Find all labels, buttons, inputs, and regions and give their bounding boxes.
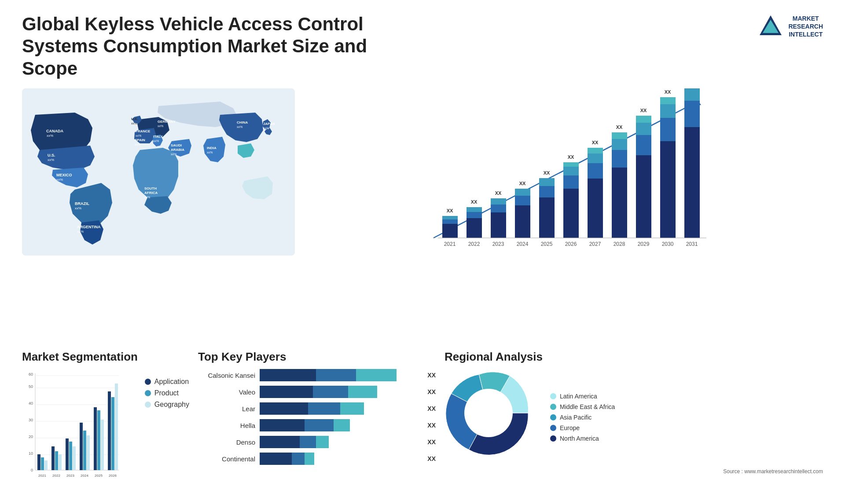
svg-rect-133 xyxy=(111,397,114,470)
svg-rect-126 xyxy=(87,435,90,470)
legend-dot-mea xyxy=(550,404,556,410)
player-xx: XX xyxy=(427,372,436,379)
svg-rect-116 xyxy=(51,446,55,470)
svg-text:SOUTH: SOUTH xyxy=(144,186,157,190)
svg-rect-114 xyxy=(44,460,48,470)
svg-text:xx%: xx% xyxy=(237,125,242,128)
svg-text:2028: 2028 xyxy=(614,241,625,247)
key-players-section: Top Key Players Calsonic Kansei XX Valeo xyxy=(198,350,436,491)
svg-text:2021: 2021 xyxy=(38,474,46,478)
segmentation-section: Market Segmentation 0 10 20 30 40 50 xyxy=(22,350,189,491)
svg-rect-132 xyxy=(108,391,111,470)
page-title: Global Keyless Vehicle Access Control Sy… xyxy=(22,13,418,80)
svg-rect-54 xyxy=(539,186,555,197)
svg-rect-82 xyxy=(684,127,700,238)
svg-rect-60 xyxy=(563,162,579,167)
player-row-hella: Hella XX xyxy=(198,419,436,431)
legend-item-asia-pacific: Asia Pacific xyxy=(550,414,615,421)
svg-text:XX: XX xyxy=(471,199,478,205)
svg-text:2026: 2026 xyxy=(565,241,577,247)
svg-text:XX: XX xyxy=(616,124,623,130)
player-bar-light xyxy=(305,453,314,465)
svg-text:xx%: xx% xyxy=(136,134,141,137)
legend-item-north-america: North America xyxy=(550,435,615,442)
logo-area: MARKET RESEARCH INTELLECT xyxy=(757,13,823,40)
player-name-calsonic: Calsonic Kansei xyxy=(198,372,255,379)
svg-rect-78 xyxy=(660,118,676,141)
legend-label-application: Application xyxy=(154,378,189,386)
player-bar-mid xyxy=(313,386,348,398)
svg-rect-69 xyxy=(612,139,627,150)
svg-rect-39 xyxy=(442,216,458,219)
legend-item-product: Product xyxy=(145,389,189,397)
bottom-row: Market Segmentation 0 10 20 30 40 50 xyxy=(22,350,823,491)
player-xx: XX xyxy=(427,455,436,462)
regional-container: Latin America Middle East & Africa Asia … xyxy=(445,369,823,466)
svg-rect-121 xyxy=(69,442,72,470)
logo-text: MARKET RESEARCH INTELLECT xyxy=(788,15,823,39)
svg-text:2029: 2029 xyxy=(638,241,650,247)
player-bar-mid xyxy=(308,402,340,415)
svg-rect-46 xyxy=(491,205,506,212)
svg-text:60: 60 xyxy=(29,372,33,376)
player-xx: XX xyxy=(427,422,436,429)
svg-text:JAPAN: JAPAN xyxy=(263,122,275,126)
svg-text:2023: 2023 xyxy=(492,241,504,247)
svg-rect-50 xyxy=(515,196,530,205)
svg-rect-72 xyxy=(636,155,651,238)
svg-text:CHINA: CHINA xyxy=(237,121,248,124)
svg-rect-38 xyxy=(442,219,458,224)
player-bar-dark xyxy=(260,419,305,431)
svg-rect-120 xyxy=(66,438,69,470)
svg-rect-118 xyxy=(59,454,62,470)
svg-text:10: 10 xyxy=(29,451,33,456)
svg-text:xx%: xx% xyxy=(171,153,176,156)
svg-rect-112 xyxy=(37,454,40,470)
svg-text:20: 20 xyxy=(29,435,33,439)
player-bar-light xyxy=(356,369,396,381)
svg-text:40: 40 xyxy=(29,401,33,405)
svg-text:SAUDI: SAUDI xyxy=(171,143,182,147)
legend-label-asia-pacific: Asia Pacific xyxy=(560,414,592,421)
svg-text:XX: XX xyxy=(519,181,526,186)
legend-label-product: Product xyxy=(154,389,179,397)
legend-label-mea: Middle East & Africa xyxy=(560,403,615,410)
svg-text:2027: 2027 xyxy=(589,241,601,247)
svg-rect-43 xyxy=(467,207,482,212)
svg-text:xx%: xx% xyxy=(158,124,163,128)
svg-rect-77 xyxy=(660,141,676,238)
svg-rect-84 xyxy=(684,88,700,101)
player-name-valeo: Valeo xyxy=(198,388,255,396)
player-name-hella: Hella xyxy=(198,422,255,429)
svg-text:ARABIA: ARABIA xyxy=(171,148,184,152)
svg-text:XX: XX xyxy=(568,154,574,160)
legend-dot-product xyxy=(145,390,151,396)
player-bar-light xyxy=(348,386,377,398)
player-bar-mid xyxy=(292,453,305,465)
player-row-lear: Lear XX xyxy=(198,402,436,415)
svg-rect-42 xyxy=(467,212,482,218)
svg-text:2025: 2025 xyxy=(95,474,103,478)
svg-text:U.S.: U.S. xyxy=(48,153,55,157)
svg-text:XX: XX xyxy=(544,170,550,175)
player-bar-hella xyxy=(260,419,420,431)
player-bar-light xyxy=(340,402,364,415)
svg-rect-55 xyxy=(539,178,555,186)
player-row-denso: Denso XX xyxy=(198,436,436,448)
svg-rect-68 xyxy=(612,150,627,168)
svg-rect-62 xyxy=(588,179,603,238)
legend-label-geography: Geography xyxy=(154,401,189,409)
svg-text:FRANCE: FRANCE xyxy=(136,129,151,133)
world-map: CANADA xx% U.S. xx% MEXICO xx% BRAZIL xx… xyxy=(22,88,295,256)
legend-dot-europe xyxy=(550,425,556,431)
svg-rect-125 xyxy=(83,431,86,470)
legend-dot-asia-pacific xyxy=(550,414,556,420)
svg-rect-58 xyxy=(563,175,579,189)
main-content: CANADA xx% U.S. xx% MEXICO xx% BRAZIL xx… xyxy=(22,88,823,341)
svg-text:U.K.: U.K. xyxy=(131,117,138,121)
svg-rect-49 xyxy=(515,205,530,238)
regional-legend: Latin America Middle East & Africa Asia … xyxy=(550,393,615,442)
player-bar-light xyxy=(334,419,350,431)
svg-rect-45 xyxy=(491,212,506,238)
page-header: Global Keyless Vehicle Access Control Sy… xyxy=(22,13,823,80)
